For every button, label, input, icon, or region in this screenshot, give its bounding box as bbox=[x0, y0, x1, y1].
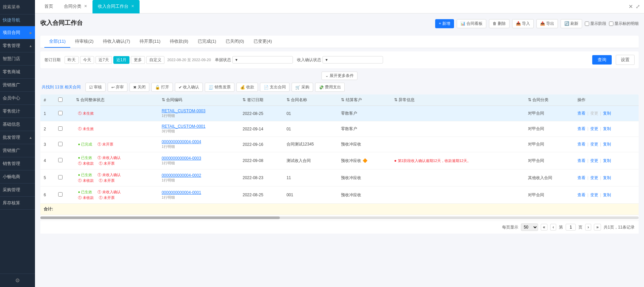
status-tab-closed[interactable]: 已关闭(0) bbox=[221, 36, 249, 48]
sidebar-item-basic[interactable]: 基础信息 bbox=[0, 118, 35, 131]
sidebar-item-project[interactable]: 项目合同 ▶ bbox=[0, 26, 35, 39]
show-fields-checkbox[interactable]: 显示阶段 bbox=[585, 21, 606, 27]
date-btn-last1m[interactable]: 近1月 bbox=[113, 56, 130, 64]
cell-checkbox[interactable] bbox=[55, 152, 73, 169]
date-btn-last7[interactable]: 近7天 bbox=[96, 56, 112, 64]
op-change[interactable]: 变更 bbox=[590, 142, 598, 147]
prev-page-button[interactable]: ‹ bbox=[550, 224, 556, 231]
sidebar-item-sales[interactable]: 销售管理 bbox=[0, 157, 35, 170]
sidebar-item-inventory[interactable]: 库存核算 bbox=[0, 197, 35, 210]
op-copy[interactable]: 复制 bbox=[603, 175, 611, 180]
cell-checkbox[interactable] bbox=[55, 106, 73, 121]
sidebar-item-marketing2[interactable]: 营销推广 bbox=[0, 144, 35, 157]
new-button[interactable]: + 新增 bbox=[435, 19, 454, 28]
sidebar-item-stats[interactable]: 零售统计 bbox=[0, 105, 35, 118]
op-view[interactable]: 查看 bbox=[577, 126, 585, 131]
status-tab-pending-income-confirm[interactable]: 待收入确认(7) bbox=[98, 36, 135, 48]
delete-button[interactable]: 🗑 删除 bbox=[489, 19, 509, 28]
sidebar-settings[interactable]: ⚙ bbox=[0, 274, 35, 287]
date-btn-more[interactable]: 更多 bbox=[131, 56, 145, 64]
op-copy[interactable]: 复制 bbox=[603, 126, 611, 131]
op-copy[interactable]: 复制 bbox=[603, 111, 611, 116]
cell-code: RETAIL_CUSTOM-0003 1行明细 bbox=[158, 106, 239, 121]
op-copy[interactable]: 复制 bbox=[603, 142, 611, 147]
sidebar-item-xcshop[interactable]: 小畅电商 bbox=[0, 170, 35, 183]
page-size-select[interactable]: 50 20 100 bbox=[521, 223, 538, 231]
cell-checkbox[interactable] bbox=[55, 169, 73, 187]
setting-button[interactable]: 设置 bbox=[616, 55, 635, 65]
review-button[interactable]: ☑ 审核 bbox=[85, 83, 106, 92]
op-copy[interactable]: 复制 bbox=[603, 193, 611, 197]
sidebar-item-ecommerce[interactable]: 零售商城 bbox=[0, 66, 35, 79]
date-btn-today[interactable]: 今天 bbox=[80, 56, 94, 64]
op-view[interactable]: 查看 bbox=[577, 111, 585, 116]
horizontal-scrollbar[interactable] bbox=[40, 216, 639, 219]
tab-income-workbench[interactable]: 收入合同工作台 ✕ bbox=[92, 0, 140, 13]
open-button[interactable]: 🔓 打开 bbox=[151, 83, 173, 92]
status-tab-pending-payment[interactable]: 待收款(8) bbox=[165, 36, 193, 48]
sidebar-search[interactable]: 搜索菜单 bbox=[0, 0, 35, 14]
export-button[interactable]: 📤 导出 bbox=[536, 19, 558, 28]
purchase-button[interactable]: 🛒 采购 bbox=[292, 83, 313, 92]
status-tab-changed[interactable]: 已变更(4) bbox=[249, 36, 277, 48]
contract-code-link[interactable]: 0000000000004-0002 bbox=[162, 173, 201, 178]
income-confirm-button[interactable]: ✔ 收入确认 bbox=[175, 83, 203, 92]
op-change[interactable]: 变更 bbox=[590, 175, 598, 180]
payment-button[interactable]: 💰 收款 bbox=[236, 83, 258, 92]
sidebar-item-wholesale[interactable]: 批发管理 ▲ bbox=[0, 131, 35, 144]
kanban-button[interactable]: 📊 合同看板 bbox=[457, 19, 486, 28]
first-page-button[interactable]: « bbox=[541, 224, 548, 231]
status-tab-pending-invoice[interactable]: 待开票(11) bbox=[135, 36, 165, 48]
status-tab-completed[interactable]: 已完成(1) bbox=[193, 36, 221, 48]
expense-button[interactable]: 💸 费用支出 bbox=[315, 83, 345, 92]
date-btn-custom[interactable]: 自定义 bbox=[146, 56, 164, 64]
sidebar-item-marketing[interactable]: 营销推广 bbox=[0, 79, 35, 92]
last-page-button[interactable]: » bbox=[594, 224, 601, 231]
sidebar-item-member[interactable]: 会员中心 bbox=[0, 92, 35, 105]
contract-code-link[interactable]: 0000000000004-0001 bbox=[162, 190, 201, 195]
show-detail-checkbox[interactable]: 显示标的明细 bbox=[609, 21, 639, 27]
bill-status-select[interactable]: ▾ bbox=[232, 56, 293, 64]
select-all-checkbox[interactable] bbox=[58, 97, 63, 102]
op-view[interactable]: 查看 bbox=[577, 158, 585, 163]
date-btn-yesterday[interactable]: 昨天 bbox=[65, 56, 79, 64]
refresh-button[interactable]: 🔄 刷新 bbox=[561, 19, 582, 28]
tab-close-contract-type[interactable]: ✕ bbox=[84, 4, 87, 8]
sidebar-item-smart[interactable]: 智慧门店 bbox=[0, 52, 35, 66]
query-button[interactable]: 查询 bbox=[592, 55, 612, 65]
tab-close-income-workbench[interactable]: ✕ bbox=[131, 4, 134, 8]
income-confirm-select[interactable]: ▾ bbox=[323, 56, 383, 64]
window-maximize-icon[interactable]: ⤢ bbox=[636, 3, 640, 10]
cell-checkbox[interactable] bbox=[55, 137, 73, 152]
sidebar-nav[interactable]: 快捷导航 bbox=[0, 14, 35, 26]
cell-checkbox[interactable] bbox=[55, 121, 73, 137]
sidebar-item-retail[interactable]: 零售管理 ▲ bbox=[0, 39, 35, 52]
contract-code-link[interactable]: RETAIL_CUSTOM-0001 bbox=[162, 124, 205, 129]
expand-conditions-button[interactable]: ⌄ 展开更多条件 bbox=[321, 72, 357, 80]
status-tab-pending-review[interactable]: 待审核(2) bbox=[70, 36, 98, 48]
purchase-out-button[interactable]: 📄 支出合同 bbox=[260, 83, 290, 92]
page-number-input[interactable] bbox=[566, 224, 576, 231]
tab-home[interactable]: 首页 bbox=[39, 0, 59, 13]
contract-code-link[interactable]: 0000000000004-0004 bbox=[162, 139, 201, 144]
op-view[interactable]: 查看 bbox=[577, 193, 585, 197]
tab-contract-type[interactable]: 合同分类 ✕ bbox=[59, 0, 92, 13]
op-change[interactable]: 变更 bbox=[590, 126, 598, 131]
sales-invoice-button[interactable]: 🧾 销售发票 bbox=[205, 83, 234, 92]
status-tab-all[interactable]: 全部(11) bbox=[44, 36, 70, 48]
cell-checkbox[interactable] bbox=[55, 187, 73, 204]
abandon-button[interactable]: ↩ 弃审 bbox=[108, 83, 127, 92]
op-change[interactable]: 变更 bbox=[590, 193, 598, 197]
contract-code-link[interactable]: RETAIL_CUSTOM-0003 bbox=[162, 109, 205, 113]
next-page-button[interactable]: › bbox=[585, 224, 591, 231]
op-view[interactable]: 查看 bbox=[577, 142, 585, 147]
close-contract-button[interactable]: ✖ 关闭 bbox=[129, 83, 149, 92]
op-view[interactable]: 查看 bbox=[577, 175, 585, 180]
window-close-icon[interactable]: ✕ bbox=[629, 3, 633, 10]
contract-code-link[interactable]: 0000000000004-0003 bbox=[162, 156, 201, 161]
op-change[interactable]: 变更 bbox=[590, 158, 598, 163]
scroll-thumb[interactable] bbox=[40, 216, 280, 219]
sidebar-item-purchase[interactable]: 采购管理 bbox=[0, 183, 35, 197]
op-copy[interactable]: 复制 bbox=[603, 158, 611, 163]
import-button[interactable]: 📥 导入 bbox=[512, 19, 534, 28]
